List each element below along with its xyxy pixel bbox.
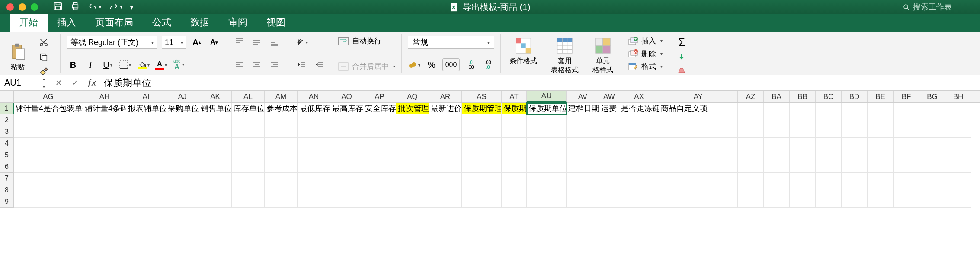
align-left-button[interactable] xyxy=(233,58,246,71)
cell-BB7[interactable] xyxy=(790,173,816,184)
cell-AO1[interactable]: 最高库存 xyxy=(330,103,363,114)
cell-AG3[interactable] xyxy=(14,126,83,138)
cell-AI5[interactable] xyxy=(126,149,166,161)
cell-AL5[interactable] xyxy=(232,149,265,161)
cell-AT8[interactable] xyxy=(502,184,527,196)
cell-styles-button[interactable]: 单元 格样式 xyxy=(590,36,616,76)
font-color-button[interactable]: A▾ xyxy=(153,58,166,71)
cell-AQ3[interactable] xyxy=(396,126,429,138)
format-cells-button[interactable]: 格式▾ xyxy=(628,61,663,71)
close-window-button[interactable] xyxy=(6,3,14,11)
fx-label[interactable]: ƒx xyxy=(83,75,99,90)
align-center-button[interactable] xyxy=(250,58,263,71)
cell-AL1[interactable]: 库存单位 xyxy=(232,103,265,114)
cell-BC4[interactable] xyxy=(816,138,842,149)
autosum-button[interactable]: Σ xyxy=(675,36,688,49)
enter-formula-button[interactable]: ✓ xyxy=(67,78,83,88)
border-button[interactable]: ▾ xyxy=(118,58,131,71)
column-header-AJ[interactable]: AJ xyxy=(166,91,199,102)
column-header-BH[interactable]: BH xyxy=(945,91,971,102)
cell-AL4[interactable] xyxy=(232,138,265,149)
cell-BG9[interactable] xyxy=(919,196,945,208)
cell-AJ2[interactable] xyxy=(166,114,199,126)
cell-AW9[interactable] xyxy=(599,196,619,208)
cell-AM6[interactable] xyxy=(265,161,298,173)
name-box[interactable]: AU1 xyxy=(0,75,38,90)
bold-button[interactable]: B xyxy=(67,58,80,71)
cell-AR1[interactable]: 最新进价 xyxy=(429,103,462,114)
cell-AN2[interactable] xyxy=(298,114,330,126)
cell-BG7[interactable] xyxy=(919,173,945,184)
cell-AL9[interactable] xyxy=(232,196,265,208)
cell-AP2[interactable] xyxy=(363,114,396,126)
select-all-corner[interactable] xyxy=(0,91,14,102)
increase-indent-button[interactable] xyxy=(313,58,326,71)
cell-AQ2[interactable] xyxy=(396,114,429,126)
cell-BE8[interactable] xyxy=(868,184,894,196)
cell-AL7[interactable] xyxy=(232,173,265,184)
cell-BB9[interactable] xyxy=(790,196,816,208)
cell-BF7[interactable] xyxy=(894,173,919,184)
cell-BF9[interactable] xyxy=(894,196,919,208)
cell-BH9[interactable] xyxy=(945,196,971,208)
cell-AP1[interactable]: 安全库存 xyxy=(363,103,396,114)
cell-AZ7[interactable] xyxy=(738,173,764,184)
cell-BC6[interactable] xyxy=(816,161,842,173)
tab-数据[interactable]: 数据 xyxy=(181,13,219,32)
cell-AT7[interactable] xyxy=(502,173,527,184)
increase-font-button[interactable]: A▴ xyxy=(190,36,203,49)
cell-AJ8[interactable] xyxy=(166,184,199,196)
cell-BH4[interactable] xyxy=(945,138,971,149)
cell-BE5[interactable] xyxy=(868,149,894,161)
cell-AP6[interactable] xyxy=(363,161,396,173)
cell-AQ9[interactable] xyxy=(396,196,429,208)
cell-AH4[interactable] xyxy=(83,138,126,149)
cell-AJ3[interactable] xyxy=(166,126,199,138)
formula-content[interactable]: 保质期单位 xyxy=(99,75,980,90)
tab-页面布局[interactable]: 页面布局 xyxy=(86,13,143,32)
column-header-AP[interactable]: AP xyxy=(363,91,396,102)
copy-button[interactable] xyxy=(37,51,50,64)
cell-AV9[interactable] xyxy=(567,196,599,208)
column-header-BB[interactable]: BB xyxy=(790,91,816,102)
cell-AY3[interactable] xyxy=(659,126,738,138)
cell-AQ6[interactable] xyxy=(396,161,429,173)
format-as-table-button[interactable]: 套用 表格格式 xyxy=(548,36,581,76)
cell-BC2[interactable] xyxy=(816,114,842,126)
cell-AZ9[interactable] xyxy=(738,196,764,208)
paste-button[interactable]: 粘贴 xyxy=(6,42,29,73)
cell-AN6[interactable] xyxy=(298,161,330,173)
cell-AU2[interactable] xyxy=(527,114,567,126)
cell-AP3[interactable] xyxy=(363,126,396,138)
maximize-window-button[interactable] xyxy=(31,3,38,11)
cell-BA6[interactable] xyxy=(764,161,790,173)
cell-AT4[interactable] xyxy=(502,138,527,149)
align-top-button[interactable] xyxy=(233,36,246,49)
cell-AN3[interactable] xyxy=(298,126,330,138)
cell-AS9[interactable] xyxy=(462,196,502,208)
cell-AI9[interactable] xyxy=(126,196,166,208)
cell-BE9[interactable] xyxy=(868,196,894,208)
cell-AY9[interactable] xyxy=(659,196,738,208)
cell-AO7[interactable] xyxy=(330,173,363,184)
cell-BH7[interactable] xyxy=(945,173,971,184)
cell-AH7[interactable] xyxy=(83,173,126,184)
cell-AX4[interactable] xyxy=(619,138,659,149)
cell-AY1[interactable]: 商品自定义项 xyxy=(659,103,738,114)
font-size-combo[interactable]: 11▾ xyxy=(162,36,186,49)
cell-AU8[interactable] xyxy=(527,184,567,196)
cell-BA9[interactable] xyxy=(764,196,790,208)
column-header-BF[interactable]: BF xyxy=(894,91,919,102)
cell-BH6[interactable] xyxy=(945,161,971,173)
cell-AX3[interactable] xyxy=(619,126,659,138)
cell-BA7[interactable] xyxy=(764,173,790,184)
column-header-BC[interactable]: BC xyxy=(816,91,842,102)
cell-AS7[interactable] xyxy=(462,173,502,184)
cell-AU1[interactable]: 保质期单位 xyxy=(527,103,567,114)
cell-AW5[interactable] xyxy=(599,149,619,161)
cell-AU4[interactable] xyxy=(527,138,567,149)
cell-AI1[interactable]: 报表辅单位 xyxy=(126,103,166,114)
cell-AM7[interactable] xyxy=(265,173,298,184)
cell-AX6[interactable] xyxy=(619,161,659,173)
column-header-AL[interactable]: AL xyxy=(232,91,265,102)
